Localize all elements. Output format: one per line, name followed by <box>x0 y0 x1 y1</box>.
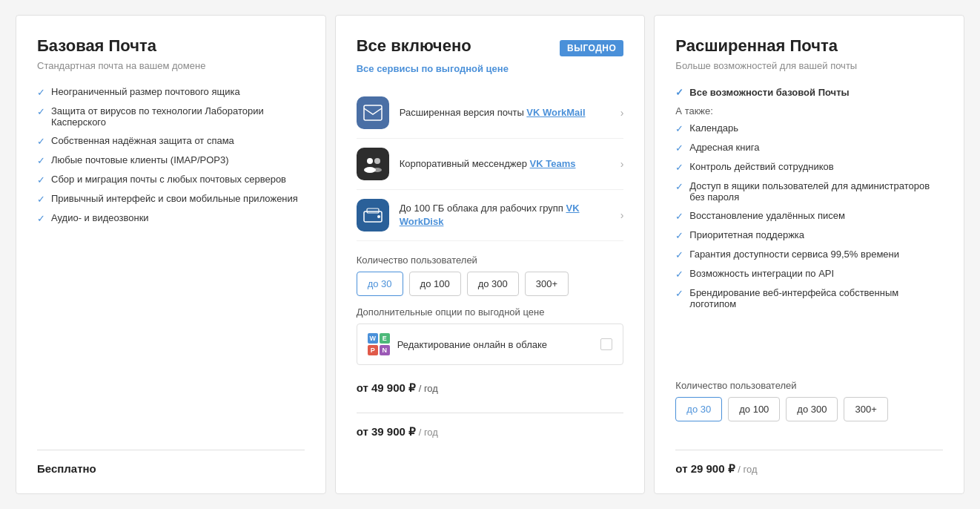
mail-service-info: Расширенная версия почты VK WorkMail <box>400 106 610 119</box>
list-item: ✓ Защита от вирусов по технологии Лабора… <box>37 105 305 128</box>
check-icon: ✓ <box>675 123 683 134</box>
mail-service-icon <box>357 96 389 129</box>
basic-card-title: Базовая Почта <box>37 36 305 56</box>
service-mail[interactable]: Расширенная версия почты VK WorkMail › <box>357 88 624 139</box>
check-icon: ✓ <box>675 288 683 299</box>
advanced-user-btn-30[interactable]: до 30 <box>675 397 722 421</box>
advanced-footer-price: от 29 900 ₽ / год <box>675 464 757 475</box>
also-label: А также: <box>675 105 943 116</box>
advanced-user-btn-300[interactable]: до 300 <box>786 397 838 421</box>
list-item: ✓ Возможность интеграции по API <box>675 268 943 280</box>
addon-n-icon: N <box>380 345 390 355</box>
list-item: ✓ Собственная надёжная защита от спама <box>37 135 305 147</box>
advanced-card-title: Расширенная Почта <box>675 36 943 56</box>
basic-card-subtitle: Стандартная почта на вашем домене <box>37 60 305 71</box>
advanced-card-subtitle: Больше возможностей для вашей почты <box>675 60 943 71</box>
all-inclusive-footer-price: от 39 900 ₽ / год <box>357 427 438 438</box>
user-btn-300[interactable]: до 300 <box>467 272 519 296</box>
advanced-card: Расширенная Почта Больше возможностей дл… <box>654 15 964 494</box>
svg-rect-6 <box>367 208 379 213</box>
advanced-user-btn-300plus[interactable]: 300+ <box>844 397 887 421</box>
check-icon: ✓ <box>37 194 45 205</box>
addon-p-icon: P <box>368 345 378 355</box>
list-item: ✓ Неограниченный размер почтового ящика <box>37 86 305 98</box>
svg-rect-0 <box>364 105 382 120</box>
advanced-users-buttons: до 30 до 100 до 300 300+ <box>675 397 943 421</box>
addon-text: Редактирование онлайн в облаке <box>397 339 594 350</box>
all-inclusive-price-value: от 39 900 ₽ <box>357 425 416 438</box>
list-item: ✓ Календарь <box>675 122 943 134</box>
check-icon: ✓ <box>37 213 45 224</box>
check-icon: ✓ <box>37 106 45 117</box>
check-icon: ✓ <box>675 249 683 260</box>
check-icon: ✓ <box>675 162 683 173</box>
disk-service-info: До 100 ГБ облака для рабочих групп VK Wo… <box>400 202 610 229</box>
mail-chevron-icon: › <box>620 107 624 119</box>
pricing-container: Базовая Почта Стандартная почта на вашем… <box>16 15 964 494</box>
basic-card-footer: Бесплатно <box>37 450 305 476</box>
user-btn-300plus[interactable]: 300+ <box>525 272 569 296</box>
addon-price-value: от 49 900 ₽ <box>357 381 416 394</box>
advanced-footer: от 29 900 ₽ / год <box>675 450 943 476</box>
teams-service-info: Корпоративный мессенджер VK Teams <box>400 157 610 171</box>
addon-item: W E P N Редактирование онлайн в облаке <box>357 324 624 365</box>
teams-svg <box>362 154 383 174</box>
addons-label: Дополнительные опции по выгодной цене <box>357 306 624 318</box>
svg-point-2 <box>374 158 380 164</box>
list-item: ✓ Брендирование веб-интерфейса собственн… <box>675 287 943 309</box>
advanced-price-period: / год <box>738 464 757 475</box>
addon-icons: W E P N <box>368 333 390 355</box>
teams-service-link[interactable]: VK Teams <box>530 158 576 169</box>
user-btn-100[interactable]: до 100 <box>409 272 461 296</box>
all-inclusive-addon-price: от 49 900 ₽ / год <box>357 381 624 395</box>
svg-point-4 <box>373 168 382 172</box>
all-inclusive-card: Все включено ВЫГОДНО Все сервисы по выго… <box>335 15 646 494</box>
basic-price: Бесплатно <box>37 462 96 475</box>
disk-svg <box>362 207 383 223</box>
check-icon: ✓ <box>37 136 45 147</box>
advanced-price-value: от 29 900 ₽ <box>675 462 735 475</box>
list-item: ✓ Восстановление удалённых писем <box>675 210 943 222</box>
list-item: ✓ Контроль действий сотрудников <box>675 161 943 173</box>
check-icon: ✓ <box>675 211 683 222</box>
advanced-user-btn-100[interactable]: до 100 <box>728 397 780 421</box>
all-inclusive-footer: от 39 900 ₽ / год <box>357 413 624 439</box>
vygodno-badge: ВЫГОДНО <box>560 40 623 56</box>
list-item: ✓ Аудио- и видеозвонки <box>37 212 305 224</box>
all-inclusive-header-row: Все включено ВЫГОДНО <box>357 36 624 60</box>
check-icon: ✓ <box>675 181 683 192</box>
mail-service-link[interactable]: VK WorkMail <box>526 107 585 118</box>
svg-point-7 <box>377 215 380 218</box>
addon-checkbox[interactable] <box>600 338 612 350</box>
check-icon: ✓ <box>675 87 683 98</box>
advanced-highlight: ✓ Все возможности базовой Почты <box>675 86 943 98</box>
list-item: ✓ Доступ в ящики пользователей для админ… <box>675 180 943 203</box>
list-item: ✓ Привычный интерфейс и свои мобильные п… <box>37 193 305 205</box>
list-item: ✓ Сбор и миграция почты с любых почтовых… <box>37 174 305 185</box>
users-section-label: Количество пользователей <box>357 254 624 266</box>
addon-e-icon: E <box>380 333 390 344</box>
check-icon: ✓ <box>675 269 683 280</box>
user-btn-30[interactable]: до 30 <box>357 272 403 296</box>
all-inclusive-tagline: Все сервисы по выгодной цене <box>357 63 624 74</box>
service-teams[interactable]: Корпоративный мессенджер VK Teams › <box>357 139 624 190</box>
teams-chevron-icon: › <box>620 158 624 170</box>
check-icon: ✓ <box>675 230 683 241</box>
list-item: ✓ Любые почтовые клиенты (IMAP/POP3) <box>37 154 305 166</box>
all-inclusive-users-buttons: до 30 до 100 до 300 300+ <box>357 272 624 296</box>
disk-chevron-icon: › <box>620 209 624 221</box>
addon-price-period: / год <box>419 383 438 394</box>
all-inclusive-price-period: / год <box>419 427 438 438</box>
basic-feature-list: ✓ Неограниченный размер почтового ящика … <box>37 86 305 231</box>
mail-svg <box>363 105 383 121</box>
service-disk[interactable]: До 100 ГБ облака для рабочих групп VK Wo… <box>357 190 624 241</box>
check-icon: ✓ <box>37 155 45 166</box>
list-item: ✓ Приоритетная поддержка <box>675 229 943 241</box>
list-item: ✓ Адресная книга <box>675 142 943 154</box>
svg-point-1 <box>367 158 373 164</box>
all-inclusive-title: Все включено <box>357 36 471 56</box>
list-item: ✓ Гарантия доступности сервиса 99,5% вре… <box>675 249 943 260</box>
basic-card: Базовая Почта Стандартная почта на вашем… <box>16 15 326 494</box>
teams-service-icon <box>357 148 389 180</box>
check-icon: ✓ <box>37 174 45 185</box>
